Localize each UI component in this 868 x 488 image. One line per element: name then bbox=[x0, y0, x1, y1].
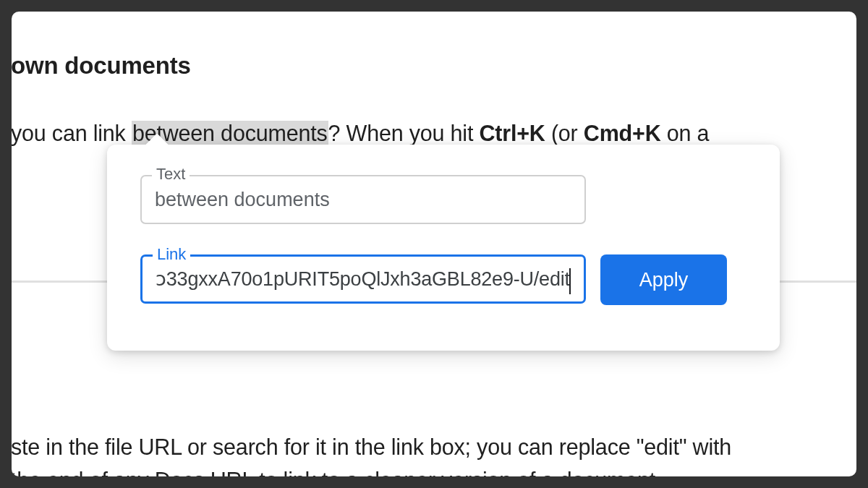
kbd-ctrl-k: Ctrl+K bbox=[479, 121, 545, 145]
section-heading: own documents bbox=[12, 48, 856, 84]
document-body: own documents you can link between docum… bbox=[12, 12, 856, 150]
link-url-input[interactable] bbox=[142, 257, 584, 301]
paragraph-2: ste in the file URL or search for it in … bbox=[12, 431, 856, 476]
link-text-input[interactable] bbox=[142, 176, 584, 223]
screenshot-frame: own documents you can link between docum… bbox=[12, 12, 856, 476]
para1-text-pre: you can link bbox=[12, 121, 132, 145]
text-caret bbox=[569, 268, 571, 294]
kbd-cmd-k: Cmd+K bbox=[584, 121, 661, 145]
text-field-wrapper: Text bbox=[140, 175, 586, 224]
link-field-wrapper: Link bbox=[140, 254, 586, 304]
para2-line2: the end of any Docs URL to link to a cle… bbox=[12, 464, 856, 476]
popover-pointer-mask bbox=[136, 145, 179, 159]
para1-text-post1: ? When you hit bbox=[328, 121, 480, 145]
link-editor-popover: Text Link Apply bbox=[107, 145, 780, 351]
para1-text-mid: (or bbox=[545, 121, 584, 145]
para2-line1: ste in the file URL or search for it in … bbox=[12, 431, 856, 464]
para1-text-post2: on a bbox=[660, 121, 709, 145]
apply-button[interactable]: Apply bbox=[600, 254, 727, 305]
